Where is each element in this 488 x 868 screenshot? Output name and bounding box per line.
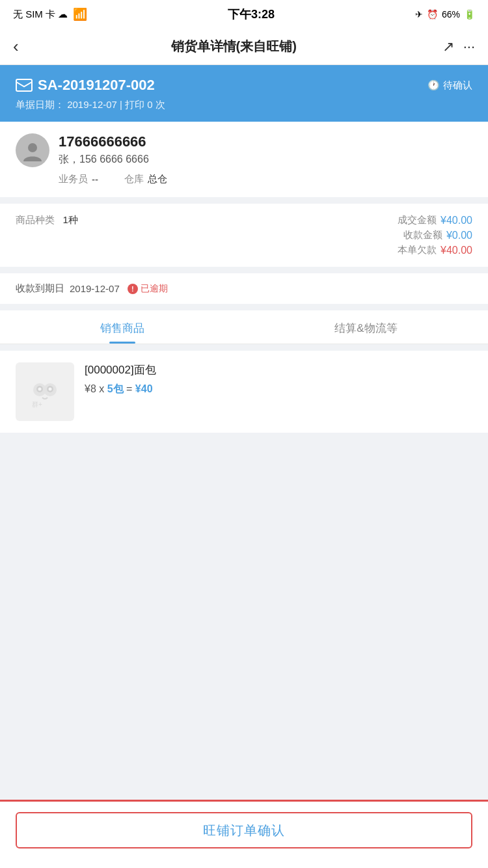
status-bar: 无 SIM 卡 ☁ 📶 下午3:28 ✈ ⏰ 66% 🔋 (0, 0, 488, 29)
product-unit-price: ¥8 (85, 383, 96, 394)
no-sim-text: 无 SIM 卡 ☁ (13, 8, 68, 21)
page-title: 销货单详情(来自旺铺) (25, 38, 442, 55)
multiply-symbol: x (99, 383, 107, 394)
tabs-section: 销售商品 结算&物流等 (0, 310, 488, 344)
product-thumbnail: 群+ (16, 362, 74, 421)
svg-text:群+: 群+ (32, 401, 42, 408)
confirm-button-wrap: 旺铺订单确认 (0, 800, 488, 868)
product-total: ¥40 (135, 383, 153, 394)
tab-settlement[interactable]: 结算&物流等 (244, 310, 488, 344)
status-time: 下午3:28 (228, 7, 275, 22)
alarm-icon: ⏰ (427, 9, 438, 20)
due-date: 2019-12-07 (70, 283, 120, 294)
tab-sales-label: 销售商品 (100, 322, 144, 334)
summary-left: 商品种类 1种 (16, 214, 78, 226)
date-label: 单据日期： (16, 99, 64, 110)
received-label: 收款金额 (403, 229, 442, 241)
more-icon[interactable]: ··· (463, 38, 475, 55)
overdue-badge: ! 已逾期 (128, 283, 168, 295)
back-button[interactable]: ‹ (13, 36, 25, 57)
status-text: 待确认 (443, 79, 472, 92)
order-icon (16, 79, 33, 92)
confirm-button[interactable]: 旺铺订单确认 (16, 812, 472, 848)
nav-actions: ↗ ··· (442, 38, 475, 55)
owed-label: 本单欠款 (398, 244, 437, 256)
product-item: 群+ [0000002]面包 ¥8 x 5包 = ¥40 (0, 351, 488, 433)
nav-bar: ‹ 销货单详情(来自旺铺) ↗ ··· (0, 29, 488, 65)
warehouse-value: 总仓 (148, 173, 167, 185)
share-icon[interactable]: ↗ (442, 38, 454, 55)
warehouse-label: 仓库 (124, 173, 144, 185)
svg-point-1 (28, 143, 37, 152)
sales-label: 业务员 (59, 173, 88, 185)
amount-row: 成交金额 ¥40.00 (398, 214, 472, 226)
print-info: | 打印 0 次 (120, 99, 165, 110)
tab-sales-products[interactable]: 销售商品 (0, 310, 244, 344)
customer-row: 17666666666 张，156 6666 6666 业务员 -- 仓库 总仓 (16, 133, 472, 185)
svg-rect-0 (16, 79, 32, 91)
equals-symbol: = (126, 383, 135, 394)
order-header-card: SA-20191207-002 🕐 待确认 单据日期： 2019-12-07 |… (0, 65, 488, 122)
product-qty: 5包 (107, 383, 124, 394)
customer-section: 17666666666 张，156 6666 6666 业务员 -- 仓库 总仓 (0, 122, 488, 197)
sales-person: 业务员 -- (59, 173, 98, 185)
amount-label: 成交金额 (398, 214, 437, 226)
due-label: 收款到期日 (16, 282, 64, 295)
customer-info: 17666666666 张，156 6666 6666 业务员 -- 仓库 总仓 (59, 133, 472, 185)
summary-section: 商品种类 1种 成交金额 ¥40.00 收款金额 ¥0.00 本单欠款 ¥40.… (0, 204, 488, 267)
avatar (16, 133, 49, 167)
category-value: 1种 (63, 214, 78, 225)
product-name: [0000002]面包 (85, 362, 472, 377)
order-date-row: 单据日期： 2019-12-07 | 打印 0 次 (16, 99, 472, 111)
order-date: 2019-12-07 (67, 99, 117, 110)
tabs-row: 销售商品 结算&物流等 (0, 310, 488, 344)
customer-name: 张，156 6666 6666 (59, 153, 472, 167)
owed-value: ¥40.00 (441, 245, 472, 256)
battery-text: 66% (442, 9, 460, 20)
svg-point-7 (49, 388, 52, 391)
amount-value: ¥40.00 (441, 215, 472, 226)
status-right: ✈ ⏰ 66% 🔋 (415, 9, 475, 20)
status-left: 无 SIM 卡 ☁ 📶 (13, 7, 87, 21)
order-id: SA-20191207-002 (16, 77, 155, 94)
product-info: [0000002]面包 ¥8 x 5包 = ¥40 (85, 362, 472, 396)
bottom-area (0, 439, 488, 569)
product-price: ¥8 x 5包 = ¥40 (85, 383, 472, 396)
tab-settlement-label: 结算&物流等 (334, 322, 397, 334)
summary-right: 成交金额 ¥40.00 收款金额 ¥0.00 本单欠款 ¥40.00 (398, 214, 472, 256)
battery-icon: 🔋 (464, 9, 475, 20)
summary-grid: 商品种类 1种 成交金额 ¥40.00 收款金额 ¥0.00 本单欠款 ¥40.… (16, 214, 472, 256)
status-clock-icon: 🕐 (427, 79, 440, 91)
order-id-row: SA-20191207-002 🕐 待确认 (16, 77, 472, 94)
warehouse: 仓库 总仓 (124, 173, 167, 185)
svg-point-6 (38, 388, 42, 391)
product-section: 群+ [0000002]面包 ¥8 x 5包 = ¥40 (0, 351, 488, 433)
overdue-icon: ! (128, 284, 138, 294)
location-icon: ✈ (415, 9, 423, 20)
customer-meta: 业务员 -- 仓库 总仓 (59, 173, 472, 185)
received-row: 收款金额 ¥0.00 (403, 229, 472, 241)
category-row: 商品种类 1种 (16, 214, 78, 226)
wifi-icon: 📶 (73, 7, 87, 21)
owed-row: 本单欠款 ¥40.00 (398, 244, 472, 256)
category-label: 商品种类 (16, 214, 55, 225)
sales-value: -- (92, 174, 98, 185)
due-date-section: 收款到期日 2019-12-07 ! 已逾期 (0, 273, 488, 304)
overdue-text: 已逾期 (141, 283, 168, 295)
order-status: 🕐 待确认 (427, 79, 472, 92)
received-value: ¥0.00 (446, 230, 472, 241)
customer-phone: 17666666666 (59, 133, 472, 150)
order-id-text: SA-20191207-002 (38, 77, 155, 94)
